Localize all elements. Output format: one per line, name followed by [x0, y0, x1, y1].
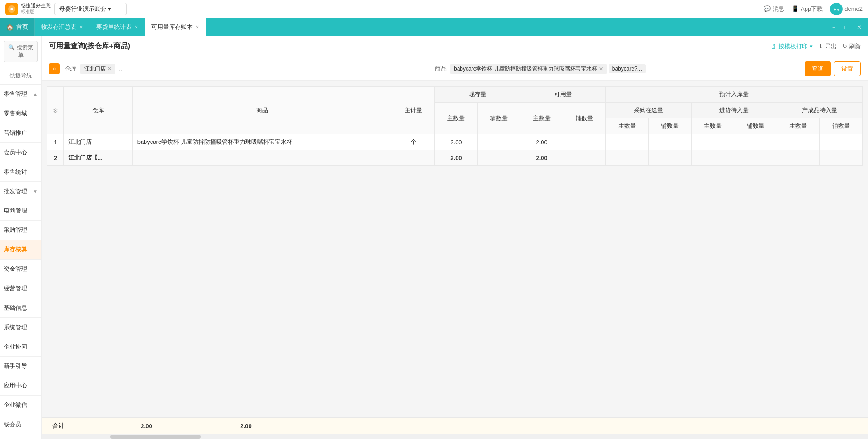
chevron-icon: ▲	[33, 92, 38, 97]
window-minimize-btn[interactable]: －	[828, 22, 839, 33]
top-header: 畅捷通好生意 标准版 母婴行业演示账套 ▾ 💬 消息 📱 App下载 Ea de…	[0, 0, 868, 18]
logo-text-area: 畅捷通好生意 标准版	[21, 3, 51, 15]
table-settings-icon[interactable]: ⚙	[53, 107, 58, 114]
product-tag-text-0: babycare学饮杯 儿童防摔防撞吸管杯重力球吸嘴杯宝宝水杯	[454, 65, 597, 73]
table-wrapper[interactable]: ⚙ 仓库 商品 主计量 现存量 可用量 预计入库量 主数量 辅数量 主数量 辅数…	[42, 81, 868, 417]
print-btn[interactable]: 🖨 按模板打印 ▾	[771, 42, 813, 51]
row-current-sub-0	[477, 134, 520, 150]
message-btn[interactable]: 💬 消息	[764, 5, 784, 13]
sidebar-item-enterprise[interactable]: 企业协同	[0, 337, 41, 357]
sidebar-item-guide[interactable]: 新手引导	[0, 357, 41, 376]
warehouse-tag-close[interactable]: ✕	[108, 66, 112, 72]
filter-expand-btn[interactable]: »	[49, 63, 60, 74]
sidebar-item-retail-shop[interactable]: 零售商城	[0, 104, 41, 123]
nav-tab-controls: － □ ✕	[825, 18, 868, 36]
row-inbound-sub-1	[734, 150, 777, 166]
header-left: 畅捷通好生意 标准版 母婴行业演示账套 ▾	[5, 3, 127, 15]
bottom-scrollbar[interactable]	[42, 434, 868, 439]
unit-col-header: 主计量	[392, 87, 435, 134]
tab-receive-send[interactable]: 收发存汇总表 ✕	[35, 18, 90, 36]
current-main-header: 主数量	[435, 103, 478, 134]
quick-nav-btn[interactable]: 快捷导航	[0, 67, 41, 85]
production-main-header: 主数量	[777, 118, 820, 134]
row-current-sub-1	[477, 150, 520, 166]
production-pending-header: 产成品待入量	[777, 103, 862, 118]
data-table: ⚙ 仓库 商品 主计量 现存量 可用量 预计入库量 主数量 辅数量 主数量 辅数…	[47, 86, 863, 166]
sidebar-item-operations[interactable]: 经营管理	[0, 279, 41, 298]
sidebar-item-basic-info[interactable]: 基础信息	[0, 298, 41, 318]
table-footer: 合计 2.00 2.00	[42, 417, 868, 434]
tab-available-stock[interactable]: 可用量库存账本 ✕	[145, 18, 206, 36]
export-btn[interactable]: ⬇ 导出	[818, 42, 837, 51]
filter-actions: 查询 设置	[805, 61, 861, 76]
refresh-btn[interactable]: ↻ 刷新	[842, 42, 861, 51]
sidebar-item-wholesale[interactable]: 批发管理 ▼	[0, 182, 41, 201]
tab-order-stats-close[interactable]: ✕	[134, 24, 138, 30]
sidebar-item-wechat[interactable]: 企业微信	[0, 396, 41, 415]
print-label: 按模板打印	[778, 42, 808, 51]
scrollbar-thumb[interactable]	[110, 435, 201, 439]
expand-icon: »	[53, 66, 56, 72]
query-btn[interactable]: 查询	[805, 61, 831, 76]
purchase-transit-main-header: 主数量	[606, 118, 649, 134]
window-close-btn[interactable]: ✕	[854, 22, 864, 33]
sidebar-item-purchase-label: 采购管理	[4, 226, 27, 234]
app-download-btn[interactable]: 📱 App下载	[792, 5, 823, 13]
logo-area: 畅捷通好生意 标准版	[5, 3, 51, 15]
sidebar-item-purchase[interactable]: 采购管理	[0, 221, 41, 240]
footer-cells: 2.00 2.00	[119, 423, 863, 430]
warehouse-more-btn[interactable]: ...	[119, 66, 124, 72]
sidebar-item-retail[interactable]: 零售管理 ▲	[0, 85, 41, 104]
product-tag-text-1: babycare?...	[612, 66, 642, 72]
available-header: 可用量	[520, 87, 606, 103]
tab-available-stock-close[interactable]: ✕	[195, 24, 199, 30]
sidebar-item-system[interactable]: 系统管理	[0, 318, 41, 337]
industry-name: 母婴行业演示账套	[59, 5, 106, 13]
user-profile-btn[interactable]: Ea demo2	[830, 3, 863, 15]
sidebar-item-ecommerce[interactable]: 电商管理	[0, 201, 41, 221]
row-unit-1	[392, 150, 435, 166]
row-production-main-0	[777, 134, 820, 150]
row-warehouse-1: 江北门店【...	[64, 150, 133, 166]
product-col-header: 商品	[132, 87, 392, 134]
inbound-main-header: 主数量	[691, 118, 734, 134]
row-current-main-0: 2.00	[435, 134, 478, 150]
product-tag-0-close[interactable]: ✕	[599, 66, 603, 72]
message-label: 消息	[773, 5, 784, 13]
sidebar-item-enterprise-label: 企业协同	[4, 343, 27, 351]
window-restore-btn[interactable]: □	[841, 22, 852, 33]
row-inbound-main-1	[691, 150, 734, 166]
sidebar-item-marketing[interactable]: 营销推广	[0, 123, 41, 143]
user-name: demo2	[844, 5, 863, 12]
warehouse-filter-label: 仓库	[65, 65, 77, 73]
sidebar-item-operations-label: 经营管理	[4, 284, 27, 293]
settings-btn[interactable]: 设置	[834, 61, 861, 76]
sidebar-item-app-center[interactable]: 应用中心	[0, 376, 41, 396]
sidebar-item-finance[interactable]: 资金管理	[0, 260, 41, 279]
industry-selector[interactable]: 母婴行业演示账套 ▾	[54, 3, 127, 15]
row-purchase-transit-sub-0	[649, 134, 692, 150]
quick-nav-label: 快捷导航	[10, 72, 32, 79]
table-row: 1 江北门店 babycare学饮杯 儿童防摔防撞吸管杯重力球吸嘴杯宝宝水杯 个…	[47, 134, 863, 150]
sidebar-item-member[interactable]: 会员中心	[0, 143, 41, 162]
sidebar-item-retail-stats[interactable]: 零售统计	[0, 162, 41, 182]
warehouse-filter-group: 仓库 江北门店 ✕ ...	[65, 64, 429, 74]
sidebar-item-vip[interactable]: 畅会员	[0, 415, 41, 434]
sidebar-search-area: 🔍 搜索菜单	[0, 36, 41, 67]
header-right: 💬 消息 📱 App下载 Ea demo2	[764, 3, 863, 15]
sidebar-item-inventory[interactable]: 库存核算	[0, 240, 41, 260]
tab-home[interactable]: 🏠 首页	[0, 18, 35, 36]
refresh-icon: ↻	[842, 43, 847, 50]
purchase-transit-header: 采购在途量	[606, 103, 691, 118]
row-available-sub-1	[563, 150, 606, 166]
tab-receive-send-close[interactable]: ✕	[79, 24, 83, 30]
phone-icon: 📱	[792, 5, 799, 12]
export-label: 导出	[825, 42, 837, 51]
page-header: 可用量查询(按仓库+商品) 🖨 按模板打印 ▾ ⬇ 导出 ↻ 刷新	[42, 36, 868, 57]
search-menu-btn[interactable]: 🔍 搜索菜单	[4, 41, 38, 62]
row-warehouse-0: 江北门店	[64, 134, 133, 150]
sidebar: 🔍 搜索菜单 快捷导航 零售管理 ▲ 零售商城 营销推广 会员中心 零售统计 批…	[0, 36, 42, 439]
tab-home-label: 首页	[16, 23, 28, 31]
tab-order-stats[interactable]: 要货单统计表 ✕	[90, 18, 145, 36]
row-product-1	[132, 150, 392, 166]
